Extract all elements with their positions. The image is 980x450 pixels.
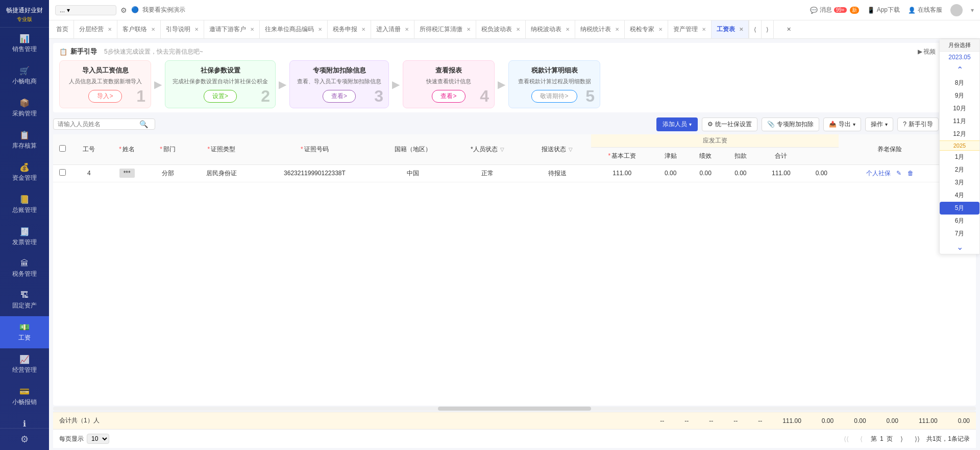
last-page-btn[interactable]: ⟩⟩ <box>911 433 923 445</box>
step-btn-4[interactable]: 查看> <box>432 90 465 103</box>
action-delete-icon[interactable]: 🗑 <box>908 170 914 177</box>
tab-close-icon[interactable]: ✕ <box>739 27 743 32</box>
next-page-btn[interactable]: ⟩ <box>896 433 908 445</box>
cell-dept: 分部 <box>148 164 188 182</box>
tab-close-icon[interactable]: ✕ <box>405 27 409 32</box>
action-edit-icon[interactable]: ✎ <box>896 170 901 177</box>
unified-settings-button[interactable]: ⚙ 统一社保设置 <box>702 117 757 131</box>
month-item[interactable]: 11月 <box>940 115 979 128</box>
tab-item-9[interactable]: 税负波动表✕ <box>476 20 526 38</box>
sidebar-item-小畅电商[interactable]: 🛒 小畅电商 <box>0 60 49 92</box>
tab-close-icon[interactable]: ✕ <box>658 27 663 32</box>
tab-item-7[interactable]: 进入清册✕ <box>371 20 414 38</box>
step-btn-5[interactable]: 敬请期待> <box>531 90 577 103</box>
tab-close-icon[interactable]: ✕ <box>361 27 365 32</box>
sidebar-item-资金管理[interactable]: 💰 资金管理 <box>0 156 49 188</box>
sidebar-item-税务管理[interactable]: 🏛 税务管理 <box>0 253 49 285</box>
tab-item-6[interactable]: 税务申报✕ <box>328 20 371 38</box>
month-item[interactable]: 2月 <box>940 163 979 176</box>
demo-link[interactable]: 🔵 我要看实例演示 <box>131 6 185 14</box>
settings-icon-top[interactable]: ⚙ <box>120 6 127 14</box>
tab-item-1[interactable]: 分层经营✕ <box>74 20 117 38</box>
operation-button[interactable]: 操作 ▾ <box>865 117 893 131</box>
guide-btn[interactable]: ? 新手引导 <box>897 117 939 131</box>
tab-item-3[interactable]: 引导说明✕ <box>161 20 204 38</box>
tab-next-btn[interactable]: ⟩ <box>761 20 773 39</box>
month-item[interactable]: 1月 <box>940 151 979 163</box>
tab-item-10[interactable]: 纳税波动表✕ <box>526 20 575 38</box>
tab-close-icon[interactable]: ✕ <box>615 27 619 32</box>
sidebar-item-经营管理[interactable]: 📈 经营管理 <box>0 348 49 381</box>
month-item[interactable]: 5月 <box>940 202 979 215</box>
report-status-filter-icon[interactable]: ▽ <box>569 147 573 152</box>
tab-item-4[interactable]: 邀请下游客户✕ <box>204 20 260 38</box>
tab-close-icon[interactable]: ✕ <box>516 27 520 32</box>
tab-label: 引导说明 <box>166 25 190 34</box>
tab-item-2[interactable]: 客户联络✕ <box>117 20 161 38</box>
sidebar-item-采购管理[interactable]: 📦 采购管理 <box>0 92 49 124</box>
tab-close-icon[interactable]: ✕ <box>151 27 155 32</box>
sidebar-item-销售管理[interactable]: 📊 销售管理 <box>0 28 49 60</box>
add-person-button[interactable]: 添加人员 ▾ <box>656 117 698 131</box>
tab-close-icon[interactable]: ✕ <box>467 27 471 32</box>
step-btn-2[interactable]: 设置> <box>204 90 237 103</box>
select-all-checkbox[interactable] <box>59 145 66 152</box>
month-down-btn[interactable]: ⌄ <box>940 240 979 254</box>
tab-item-12[interactable]: 税检专家✕ <box>625 20 668 38</box>
tab-close-icon[interactable]: ✕ <box>194 27 199 32</box>
sidebar-icon: 📈 <box>19 354 30 364</box>
online-service-button[interactable]: 👤 在线客服 <box>908 6 942 14</box>
tab-close-all-btn[interactable]: ✕ <box>773 20 804 39</box>
page-size-select[interactable]: 10 20 50 <box>87 434 109 444</box>
tab-item-8[interactable]: 所得税汇算清缴✕ <box>414 20 476 38</box>
tab-close-icon[interactable]: ✕ <box>702 27 706 32</box>
month-item[interactable]: 7月 <box>940 227 979 240</box>
tab-close-icon[interactable]: ✕ <box>318 27 322 32</box>
tab-close-icon[interactable]: ✕ <box>108 27 112 32</box>
export-button[interactable]: 📤 导出 ▾ <box>823 117 861 131</box>
sidebar-item-固定资产[interactable]: 🏗 固定资产 <box>0 285 49 316</box>
search-input[interactable] <box>58 121 139 128</box>
tab-item-5[interactable]: 往来单位商品编码✕ <box>260 20 328 38</box>
month-item[interactable]: 12月 <box>940 128 979 140</box>
sidebar-item-总账管理[interactable]: 📒 总账管理 <box>0 188 49 221</box>
sidebar-item-库存核算[interactable]: 📋 库存核算 <box>0 124 49 156</box>
sidebar-item-基础信息[interactable]: ℹ 基础信息 <box>0 413 49 428</box>
header-pension: 养老保险 <box>839 134 941 165</box>
sidebar-item-小畅报销[interactable]: 💳 小畅报销 <box>0 381 49 413</box>
notification-button[interactable]: 💬 消息 99+ 新 <box>810 6 859 14</box>
month-item[interactable]: 8月 <box>940 77 979 89</box>
month-item[interactable]: 9月 <box>940 89 979 102</box>
month-up-btn[interactable]: ⌃ <box>940 63 979 77</box>
tab-item-0[interactable]: 首页 <box>51 20 74 38</box>
prev-page-btn[interactable]: ⟨ <box>855 433 868 445</box>
action-personal-insurance[interactable]: 个人社保 <box>866 170 891 177</box>
emp-status-filter-icon[interactable]: ▽ <box>500 147 504 152</box>
horizontal-scrollbar[interactable] <box>438 407 591 411</box>
company-selector[interactable]: ... ▾ <box>55 5 116 15</box>
sidebar-item-工资[interactable]: 💵 工资 <box>0 316 49 348</box>
tab-item-14[interactable]: 工资表✕ <box>712 20 749 38</box>
user-avatar[interactable] <box>950 4 963 16</box>
guide-video-btn[interactable]: ▶ 视频 <box>918 48 936 56</box>
month-item[interactable]: 4月 <box>940 189 979 202</box>
sidebar-item-发票管理[interactable]: 🧾 发票管理 <box>0 221 49 253</box>
month-item[interactable]: 3月 <box>940 176 979 189</box>
search-icon[interactable]: 🔍 <box>139 120 148 128</box>
tab-item-11[interactable]: 纳税统计表✕ <box>575 20 625 38</box>
step-btn-1[interactable]: 导入> <box>88 90 121 103</box>
first-page-btn[interactable]: ⟨⟨ <box>840 433 852 445</box>
tab-item-13[interactable]: 资产管理✕ <box>668 20 712 38</box>
month-item[interactable]: 6月 <box>940 215 979 227</box>
settings-icon[interactable]: ⚙ <box>20 434 29 445</box>
step-btn-3[interactable]: 查看> <box>323 90 356 103</box>
row-checkbox[interactable] <box>59 169 66 176</box>
tab-prev-btn[interactable]: ⟨ <box>749 20 761 39</box>
user-menu-icon[interactable]: ▾ <box>971 7 974 14</box>
tab-close-icon[interactable]: ✕ <box>566 27 570 32</box>
month-item[interactable]: 10月 <box>940 102 979 115</box>
special-deduction-button[interactable]: 📎 专项附加扣除 <box>762 117 819 131</box>
tab-label: 分层经营 <box>79 25 104 34</box>
app-download-button[interactable]: 📱 App下载 <box>867 6 900 14</box>
tab-close-icon[interactable]: ✕ <box>250 27 254 32</box>
